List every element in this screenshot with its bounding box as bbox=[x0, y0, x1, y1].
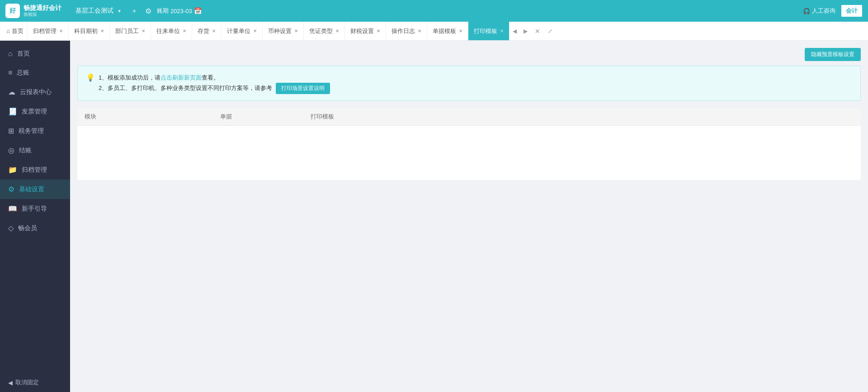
sidebar-item-settings[interactable]: ⚙ 基础设置 bbox=[0, 179, 70, 199]
member-icon: ◇ bbox=[8, 224, 14, 232]
sidebar: ⌂ 首页 ≡ 总账 ☁ 云报表中心 🧾 发票管理 ⊞ 税务管理 ◎ 结账 📁 归… bbox=[0, 41, 70, 392]
bulb-icon: 💡 bbox=[86, 73, 95, 82]
notice-row: 💡 1、模板添加成功后，请点击刷新新页面查看。 2、多员工、多打印机、多种业务类… bbox=[86, 72, 852, 94]
hide-template-button[interactable]: 隐藏预置模板设置 bbox=[805, 48, 861, 61]
close-icon[interactable]: ✕ bbox=[377, 28, 380, 33]
notice-line1: 1、模板添加成功后，请点击刷新新页面查看。 bbox=[99, 72, 330, 83]
period-info: 账期 2023-03 📅 bbox=[157, 7, 202, 15]
sidebar-label-guide: 新手引导 bbox=[22, 205, 47, 213]
close-icon[interactable]: ✕ bbox=[212, 28, 216, 33]
top-header: 好 畅捷通好会计 旗舰版 基层工会测试 ▼ ＋ ⚙ 账期 2023-03 📅 🎧… bbox=[0, 0, 868, 22]
sidebar-item-member[interactable]: ◇ 畅会员 bbox=[0, 218, 70, 238]
tab-single-template[interactable]: 单据模板 ✕ bbox=[427, 22, 468, 40]
archive-icon: 📁 bbox=[8, 165, 17, 174]
col-header-order: 单据 bbox=[220, 113, 311, 121]
refresh-link[interactable]: 点击刷新新页面 bbox=[160, 74, 202, 81]
main-layout: ⌂ 首页 ≡ 总账 ☁ 云报表中心 🧾 发票管理 ⊞ 税务管理 ◎ 结账 📁 归… bbox=[0, 41, 868, 392]
home-icon: ⌂ bbox=[6, 28, 10, 34]
header-right: 🎧 人工咨询 会计 bbox=[803, 5, 863, 17]
notice-line1-suffix: 查看。 bbox=[202, 74, 219, 81]
tab-archives-label: 归档管理 bbox=[33, 27, 57, 35]
logo-subtitle: 旗舰版 bbox=[24, 11, 61, 18]
action-row: 隐藏预置模板设置 bbox=[77, 48, 861, 61]
unpin-button[interactable]: ◀ 取消固定 bbox=[0, 373, 70, 392]
sidebar-item-home[interactable]: ⌂ 首页 bbox=[0, 44, 70, 63]
notice-line2: 2、多员工、多打印机、多种业务类型设置不同打印方案等，请参考 打印场景设置说明 bbox=[99, 83, 330, 94]
headset-icon: 🎧 bbox=[803, 8, 810, 14]
col-header-module: 模块 bbox=[85, 113, 220, 121]
tax-icon: ⊞ bbox=[8, 127, 14, 135]
close-icon[interactable]: ✕ bbox=[294, 28, 298, 33]
sidebar-item-archive[interactable]: 📁 归档管理 bbox=[0, 160, 70, 179]
close-icon[interactable]: ✕ bbox=[59, 28, 63, 33]
sidebar-item-tax[interactable]: ⊞ 税务管理 bbox=[0, 121, 70, 141]
tab-print-template[interactable]: 打印模板 ✕ bbox=[468, 22, 509, 40]
sidebar-item-ledger[interactable]: ≡ 总账 bbox=[0, 63, 70, 82]
tab-unit[interactable]: 计量单位 ✕ bbox=[222, 22, 263, 40]
tab-subject[interactable]: 科目期初 ✕ bbox=[69, 22, 110, 40]
sidebar-item-guide[interactable]: 📖 新手引导 bbox=[0, 199, 70, 218]
tab-dept-label: 部门员工 bbox=[115, 27, 139, 35]
sidebar-label-tax: 税务管理 bbox=[19, 127, 44, 135]
service-button[interactable]: 🎧 人工咨询 bbox=[803, 7, 835, 15]
close-icon[interactable]: ✕ bbox=[459, 28, 462, 33]
data-table: 模块 单据 打印模板 bbox=[77, 108, 861, 180]
logo-icon: 好 bbox=[5, 4, 20, 18]
sidebar-label-settings: 基础设置 bbox=[19, 185, 44, 194]
home-icon: ⌂ bbox=[8, 50, 13, 58]
calendar-icon[interactable]: 📅 bbox=[194, 7, 202, 14]
tab-dept[interactable]: 部门员工 ✕ bbox=[110, 22, 151, 40]
sidebar-label-ledger: 总账 bbox=[17, 69, 29, 77]
cloud-icon: ☁ bbox=[8, 88, 15, 96]
tab-operation-label: 操作日志 bbox=[392, 27, 415, 35]
print-scene-button[interactable]: 打印场景设置说明 bbox=[276, 83, 330, 94]
tab-single-label: 单据模板 bbox=[433, 27, 456, 35]
tab-voucher-label: 凭证类型 bbox=[309, 27, 333, 35]
period-value: 2023-03 bbox=[170, 8, 192, 14]
close-icon[interactable]: ✕ bbox=[100, 28, 104, 33]
tab-prev-button[interactable]: ◀ bbox=[509, 22, 520, 40]
close-icon[interactable]: ✕ bbox=[335, 28, 339, 33]
sidebar-label-settle: 结账 bbox=[19, 146, 32, 155]
table-body bbox=[77, 126, 861, 180]
sidebar-item-invoice[interactable]: 🧾 发票管理 bbox=[0, 102, 70, 121]
sidebar-item-settle[interactable]: ◎ 结账 bbox=[0, 141, 70, 160]
tab-print-label: 打印模板 bbox=[474, 27, 497, 35]
tab-currency-label: 币种设置 bbox=[268, 27, 292, 35]
header-actions: ＋ ⚙ bbox=[129, 5, 153, 18]
arrow-left-icon: ◀ bbox=[8, 379, 13, 386]
add-tab-button[interactable]: ＋ bbox=[129, 5, 140, 18]
invoice-icon: 🧾 bbox=[8, 107, 17, 116]
tab-next-button[interactable]: ▶ bbox=[520, 22, 531, 40]
close-icon[interactable]: ✕ bbox=[142, 28, 145, 33]
tab-bar: ⌂ 首页 归档管理 ✕ 科目期初 ✕ 部门员工 ✕ 往来单位 ✕ 存货 ✕ 计量… bbox=[0, 22, 868, 41]
tab-operation-log[interactable]: 操作日志 ✕ bbox=[386, 22, 427, 40]
sidebar-item-report[interactable]: ☁ 云报表中心 bbox=[0, 82, 70, 102]
tab-currency[interactable]: 币种设置 ✕ bbox=[263, 22, 304, 40]
company-name[interactable]: 基层工会测试 ▼ bbox=[75, 7, 122, 15]
close-icon[interactable]: ✕ bbox=[418, 28, 421, 33]
ledger-icon: ≡ bbox=[8, 69, 12, 77]
tab-expand-button[interactable]: ⤢ bbox=[544, 22, 557, 40]
tab-supplier[interactable]: 往来单位 ✕ bbox=[151, 22, 192, 40]
tab-close-all-button[interactable]: ✕ bbox=[531, 22, 544, 40]
tab-voucher-type[interactable]: 凭证类型 ✕ bbox=[304, 22, 345, 40]
tab-unit-label: 计量单位 bbox=[227, 27, 250, 35]
tab-home[interactable]: ⌂ 首页 bbox=[0, 22, 28, 40]
tab-archives[interactable]: 归档管理 ✕ bbox=[28, 22, 69, 40]
notice-content: 1、模板添加成功后，请点击刷新新页面查看。 2、多员工、多打印机、多种业务类型设… bbox=[99, 72, 330, 94]
settings-icon[interactable]: ⚙ bbox=[143, 5, 153, 17]
content-area: 隐藏预置模板设置 💡 1、模板添加成功后，请点击刷新新页面查看。 2、多员工、多… bbox=[70, 41, 868, 392]
sidebar-label-home: 首页 bbox=[17, 50, 30, 58]
logo-text-group: 畅捷通好会计 旗舰版 bbox=[24, 4, 61, 18]
close-icon[interactable]: ✕ bbox=[500, 28, 504, 33]
kuaiji-button[interactable]: 会计 bbox=[841, 5, 863, 17]
tab-tax-setting[interactable]: 财税设置 ✕ bbox=[345, 22, 386, 40]
tab-home-label: 首页 bbox=[12, 27, 24, 35]
logo-title: 畅捷通好会计 bbox=[24, 4, 61, 12]
period-label: 账期 bbox=[157, 7, 169, 15]
close-icon[interactable]: ✕ bbox=[253, 28, 257, 33]
close-icon[interactable]: ✕ bbox=[183, 28, 186, 33]
notice-line1-prefix: 1、模板添加成功后，请 bbox=[99, 74, 160, 81]
tab-inventory[interactable]: 存货 ✕ bbox=[192, 22, 222, 40]
